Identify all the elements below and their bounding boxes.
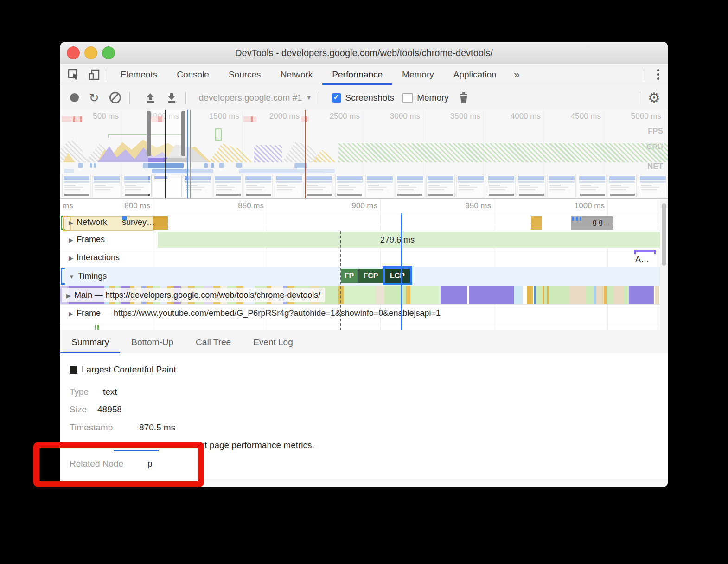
inspect-element-icon[interactable]	[67, 68, 81, 82]
analysis-tab-bar: Summary Bottom-Up Call Tree Event Log	[60, 330, 668, 354]
annotation-highlight-red	[33, 442, 204, 487]
network-bar-gray: g g…	[571, 216, 613, 230]
timeline-detail[interactable]: ms800 ms850 ms900 ms950 ms1000 ms g g…	[60, 198, 668, 331]
main-track-label-chip[interactable]: ▶Main — https://developers.google.com/we…	[62, 288, 325, 302]
capture-settings-gear-icon[interactable]: ⚙	[648, 90, 660, 106]
load-profile-icon[interactable]	[145, 92, 156, 103]
screenshots-checkbox[interactable]	[332, 93, 341, 103]
main-track[interactable]: ▶Main — https://developers.google.com/we…	[60, 286, 660, 304]
save-profile-icon[interactable]	[166, 92, 177, 103]
network-track[interactable]: g g… ▶Network survey…	[60, 215, 660, 231]
profile-selector[interactable]: developers.google.com #1	[199, 93, 302, 103]
flame-segment[interactable]	[629, 286, 654, 304]
clear-recording-icon[interactable]	[109, 92, 121, 103]
overview-dim-right	[187, 110, 668, 198]
frame-track-label[interactable]: Frame — https://www.youtube.com/embed/G_…	[77, 308, 441, 318]
expand-arrow-icon[interactable]: ▶	[69, 310, 73, 317]
fp-badge[interactable]: FP	[341, 269, 358, 283]
frame-duration-bar[interactable]: 279.6 ms	[158, 232, 660, 248]
flame-segment[interactable]	[580, 286, 624, 304]
tab-sources[interactable]: Sources	[219, 64, 271, 85]
performance-toolbar: ↻ developers.google.com #1 ▼ Screenshots…	[60, 85, 668, 110]
screenshot-root: { "window": { "title": "DevTools - devel…	[0, 0, 728, 564]
flame-segment[interactable]	[655, 286, 659, 304]
net-request	[143, 163, 184, 168]
timings-track[interactable]: ▼Timings FP FCP LCP	[60, 267, 660, 286]
chevron-down-icon[interactable]: ▼	[306, 94, 312, 101]
separator	[185, 92, 186, 104]
interaction-overflow-text: A…	[635, 255, 649, 264]
more-tabs-chevron[interactable]: »	[506, 64, 527, 85]
memory-label[interactable]: Memory	[417, 93, 449, 103]
expand-arrow-icon[interactable]: ▶	[69, 237, 73, 244]
main-track-label[interactable]: Main — https://developers.google.com/web…	[74, 290, 320, 300]
flame-segment[interactable]	[569, 286, 580, 304]
overview-blue-line	[187, 110, 188, 198]
tab-console[interactable]: Console	[167, 64, 219, 85]
scrollbar-thumb[interactable]	[662, 203, 666, 266]
type-label: Type	[70, 387, 89, 397]
window-title: DevTools - developers.google.com/web/too…	[60, 42, 668, 64]
tab-elements[interactable]: Elements	[111, 64, 167, 85]
timings-track-label[interactable]: Timings	[78, 271, 107, 281]
devtools-window: DevTools - developers.google.com/web/too…	[60, 42, 668, 487]
separator	[106, 69, 106, 81]
network-bar-text: g g…	[593, 218, 610, 226]
expand-arrow-icon[interactable]: ▶	[69, 255, 73, 262]
fcp-badge[interactable]: FCP	[358, 269, 383, 283]
expand-arrow-icon[interactable]: ▶	[66, 292, 71, 299]
filmstrip-thumbnail[interactable]	[153, 175, 182, 197]
selection-handle-right[interactable]	[181, 111, 185, 156]
reload-and-profile-icon[interactable]: ↻	[89, 93, 99, 103]
collapse-arrow-icon[interactable]: ▼	[69, 273, 75, 280]
lcp-badge-selected[interactable]: LCP	[385, 269, 410, 283]
detail-tick: 800 ms	[108, 201, 150, 211]
devtools-menu-icon[interactable]	[649, 69, 668, 80]
flame-segment[interactable]	[469, 286, 514, 304]
memory-checkbox[interactable]	[402, 93, 413, 103]
overview-cursor-line	[165, 110, 166, 198]
frame-track[interactable]: ▶Frame — https://www.youtube.com/embed/G…	[60, 304, 660, 323]
flame-segment[interactable]	[514, 286, 523, 304]
overview-gray-line	[190, 110, 191, 198]
interactions-track[interactable]: ▶Interactions A…	[60, 249, 660, 267]
selected-event-line	[401, 213, 402, 331]
flame-segment[interactable]	[624, 286, 629, 304]
devtools-tab-bar: Elements Console Sources Network Perform…	[60, 64, 668, 85]
separator	[129, 92, 130, 104]
tab-bottom-up[interactable]: Bottom-Up	[120, 331, 185, 353]
flame-segment[interactable]	[547, 286, 549, 304]
flame-segment[interactable]	[441, 286, 467, 304]
flame-segment[interactable]	[536, 286, 569, 304]
device-toolbar-icon[interactable]	[87, 68, 101, 82]
detail-tick: 900 ms	[335, 201, 377, 211]
garbage-collect-icon[interactable]	[458, 92, 469, 104]
flame-segment[interactable]	[543, 286, 544, 304]
type-value: text	[103, 387, 117, 397]
tab-memory[interactable]: Memory	[392, 64, 444, 85]
interactions-track-label[interactable]: Interactions	[77, 253, 120, 262]
expand-arrow-icon[interactable]: ▶	[69, 219, 73, 226]
tab-performance[interactable]: Performance	[322, 64, 392, 85]
timestamp-label: Timestamp	[70, 423, 113, 432]
tab-network[interactable]: Network	[271, 64, 323, 85]
track-select-bracket	[61, 268, 65, 285]
screenshots-label[interactable]: Screenshots	[345, 93, 395, 103]
tab-summary[interactable]: Summary	[60, 331, 120, 353]
tab-application[interactable]: Application	[444, 64, 506, 85]
selection-handle-left[interactable]	[147, 111, 151, 156]
detail-tick: 950 ms	[448, 201, 491, 211]
flame-segment[interactable]	[527, 286, 533, 304]
tab-call-tree[interactable]: Call Tree	[185, 331, 242, 353]
lcp-color-swatch	[70, 366, 77, 374]
tab-event-log[interactable]: Event Log	[242, 331, 304, 353]
timeline-overview[interactable]: 500 ms1000 ms1500 ms2000 ms2500 ms3000 m…	[60, 110, 668, 198]
separator	[644, 69, 644, 81]
gpu-mark	[95, 325, 96, 330]
gpu-mark	[97, 325, 99, 330]
frames-track-label[interactable]: Frames	[77, 235, 105, 244]
network-track-label[interactable]: Network	[77, 218, 107, 227]
detail-scrollbar[interactable]	[660, 199, 668, 331]
frames-track[interactable]: 279.6 ms ▶Frames	[60, 231, 660, 249]
record-button[interactable]	[70, 93, 79, 102]
